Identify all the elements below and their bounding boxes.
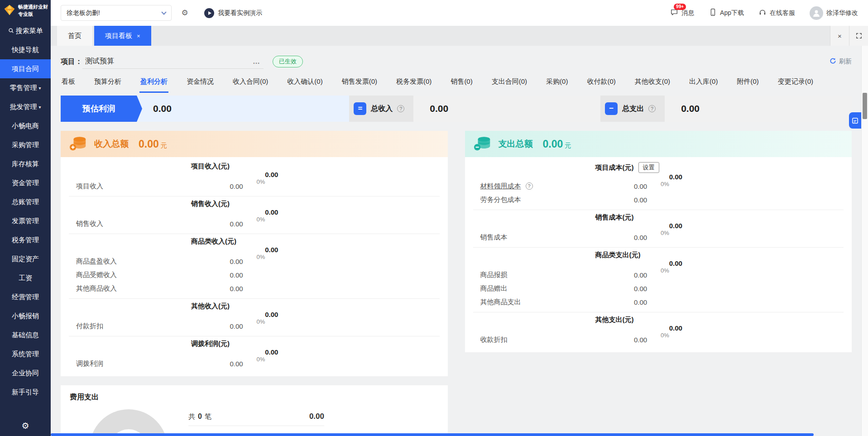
app-download-button[interactable]: App下载 — [709, 8, 744, 18]
tab-project-board[interactable]: 项目看板 × — [94, 26, 151, 46]
sidebar-item[interactable]: 快捷导航 — [0, 40, 51, 59]
sidebar-item[interactable]: 库存核算 — [0, 154, 51, 173]
fee-total-row: 共0笔 0.00 — [188, 412, 324, 426]
nav-tab[interactable]: 收入确认(0) — [286, 72, 323, 93]
tab-project-board-label: 项目看板 — [105, 32, 132, 40]
sidebar-item[interactable]: 基础信息 — [0, 326, 51, 345]
sidebar-item[interactable]: 企业协同 — [0, 364, 51, 383]
sidebar-item[interactable]: 资金管理 — [0, 173, 51, 192]
nav-tab[interactable]: 附件(0) — [736, 72, 759, 93]
detail-value: 0.00 — [195, 220, 243, 228]
nav-tab[interactable]: 税务发票(0) — [395, 72, 432, 93]
nav-tab[interactable]: 预算分析 — [93, 72, 122, 93]
demo-link[interactable]: 我要看实例演示 — [204, 8, 262, 18]
right-column: 支出总额 0.00 元 项目成本(元)设置0.000%材料领用成本?0.00劳务… — [465, 131, 852, 352]
horizontal-scrollbar[interactable] — [51, 433, 814, 436]
vertical-scrollbar[interactable] — [861, 46, 868, 436]
side-panel-toggle[interactable] — [849, 112, 861, 129]
detail-label: 收款折扣 — [473, 335, 599, 344]
fee-expense-card: 费用支出 共0笔 0.00 — [61, 385, 448, 436]
detail-label-text: 商品报损 — [480, 271, 508, 279]
settings-button[interactable]: 设置 — [638, 162, 659, 173]
sidebar-item[interactable]: 小畅电商 — [0, 116, 51, 135]
left-column: 收入总额 0.00 元 项目收入(元)0.000%项目收入0.00销售收入(元)… — [61, 131, 448, 436]
close-all-tabs-icon[interactable]: × — [830, 26, 849, 46]
tab-close-icon[interactable]: × — [137, 33, 140, 39]
equals-icon: = — [354, 102, 366, 115]
logo-line1: 畅捷通好业财 — [18, 4, 48, 10]
nav-tab[interactable]: 销售发票(0) — [341, 72, 378, 93]
expense-coins-icon — [473, 136, 492, 153]
percent-label: 0% — [647, 181, 669, 187]
app-download-label: App下载 — [720, 9, 744, 17]
nav-tab[interactable]: 其他收支(0) — [634, 72, 671, 93]
panel-group: 商品类收入(元)0.000%商品盘盈收入0.00商品受赠收入0.00其他商品收入… — [69, 234, 440, 299]
detail-label-text: 销售收入 — [76, 220, 103, 228]
messages-button[interactable]: 99+ 消息 — [670, 8, 694, 18]
sidebar-item[interactable]: 搜索菜单 — [0, 21, 51, 40]
tab-controls: × — [830, 26, 868, 46]
percent-label: 0% — [647, 267, 669, 274]
sidebar-item[interactable]: 税务管理 — [0, 230, 51, 249]
sidebar-item[interactable]: 新手引导 — [0, 383, 51, 402]
company-select[interactable]: 徐老板勿删! — [61, 5, 172, 21]
sidebar-item[interactable]: 工资 — [0, 268, 51, 287]
expense-info-icon[interactable]: ? — [648, 105, 656, 112]
nav-tab[interactable]: 支出合同(0) — [491, 72, 528, 93]
sidebar-settings-gear-icon[interactable]: ⚙ — [0, 415, 51, 436]
nav-tab[interactable]: 资金情况 — [186, 72, 215, 93]
sidebar-item-label: 总账管理 — [12, 198, 39, 206]
sidebar-item[interactable]: 发票管理 — [0, 211, 51, 230]
detail-label-text: 其他商品支出 — [480, 298, 521, 307]
group-label: 调拨利润(元) — [191, 340, 317, 348]
detail-label: 销售成本 — [473, 233, 599, 242]
sidebar-item[interactable]: 经营管理 — [0, 287, 51, 307]
caret-down-icon: ▾ — [38, 86, 41, 91]
panel-group: 商品类支出(元)0.000%商品报损0.00商品赠出0.00其他商品支出0.00 — [473, 248, 844, 312]
scrollbar-thumb[interactable] — [863, 93, 867, 119]
percent-label: 0% — [647, 332, 669, 339]
panels-grid: 收入总额 0.00 元 项目收入(元)0.000%项目收入0.00销售收入(元)… — [61, 131, 852, 436]
fullscreen-icon[interactable] — [849, 26, 868, 46]
project-select-field[interactable]: 测试预算 … — [82, 54, 264, 69]
detail-label-text[interactable]: 材料领用成本 — [480, 182, 521, 191]
sidebar-item[interactable]: 总账管理 — [0, 192, 51, 211]
nav-tab[interactable]: 出入库(0) — [688, 72, 719, 93]
sidebar-item-label: 税务管理 — [12, 236, 39, 244]
tab-home[interactable]: 首页 — [57, 26, 92, 46]
demo-link-label: 我要看实例演示 — [218, 9, 262, 17]
info-icon[interactable]: ? — [526, 182, 533, 190]
refresh-button[interactable]: 刷新 — [830, 57, 852, 66]
estimated-profit-button[interactable]: 预估利润 — [61, 96, 137, 122]
nav-tab[interactable]: 采购(0) — [545, 72, 569, 93]
sidebar-item-label: 小畅报销 — [12, 312, 39, 321]
sidebar-item[interactable]: 批发管理▾ — [0, 97, 51, 116]
user-menu[interactable]: 徐泽华修改 — [810, 6, 858, 20]
group-row: 销售成本(元)0.000% — [473, 213, 844, 230]
income-panel-body: 项目收入(元)0.000%项目收入0.00销售收入(元)0.000%销售收入0.… — [61, 157, 448, 376]
nav-tab[interactable]: 收入合同(0) — [232, 72, 269, 93]
nav-tab[interactable]: 看板 — [61, 72, 76, 93]
income-info-icon[interactable]: ? — [397, 105, 404, 112]
sidebar-item[interactable]: 采购管理 — [0, 135, 51, 154]
percent-label: 0% — [243, 216, 265, 223]
nav-tab[interactable]: 盈利分析 — [139, 72, 168, 93]
sidebar-item[interactable]: 固定资产 — [0, 249, 51, 268]
sidebar-item[interactable]: 项目合同 — [0, 59, 51, 78]
project-label: 项目： — [61, 57, 82, 67]
sidebar-item-label: 采购管理 — [12, 141, 39, 149]
nav-tab[interactable]: 收付款(0) — [586, 72, 616, 93]
nav-tab[interactable]: 销售(0) — [450, 72, 473, 93]
fee-count-prefix: 共 — [188, 412, 195, 420]
detail-label-text: 商品盘盈收入 — [76, 257, 117, 266]
sidebar-item[interactable]: 零售管理▾ — [0, 78, 51, 97]
detail-value: 0.00 — [195, 271, 243, 279]
topbar-gear-icon[interactable]: ⚙ — [177, 5, 192, 21]
group-label: 项目成本(元)设置 — [595, 162, 721, 173]
sidebar-menu: 搜索菜单快捷导航项目合同零售管理▾批发管理▾小畅电商采购管理库存核算资金管理总账… — [0, 21, 51, 402]
online-service-button[interactable]: 在线客服 — [758, 8, 795, 18]
more-ellipsis-icon[interactable]: … — [253, 57, 261, 66]
sidebar-item[interactable]: 小畅报销 — [0, 307, 51, 326]
nav-tab[interactable]: 变更记录(0) — [777, 72, 814, 93]
sidebar-item[interactable]: 系统管理 — [0, 345, 51, 364]
